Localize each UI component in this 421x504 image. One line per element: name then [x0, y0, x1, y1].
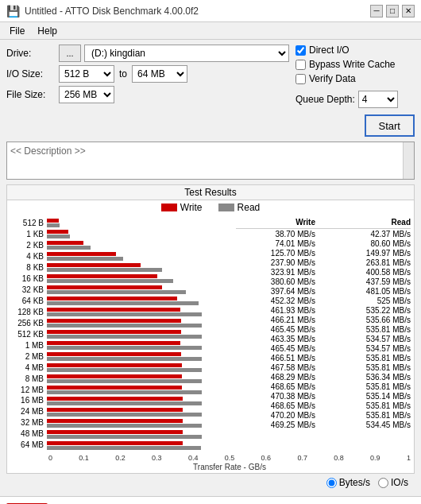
units-row: Bytes/s IO/s: [6, 474, 415, 491]
write-bar: [47, 308, 180, 312]
x-axis-tick: 0.8: [334, 454, 344, 462]
filesize-label: File Size:: [6, 89, 56, 100]
description-placeholder: << Description >>: [10, 145, 86, 157]
bar-chart: [47, 218, 233, 451]
write-bar: [47, 386, 182, 390]
title-bar: 💾 Untitled - ATTO Disk Benchmark 4.00.0f…: [0, 0, 421, 22]
bar-row: [47, 318, 233, 328]
bytes-radio[interactable]: [326, 478, 337, 488]
iosize-row: I/O Size: 512 B to 64 MB: [6, 65, 289, 83]
read-bar: [47, 357, 202, 361]
read-bar: [47, 435, 202, 439]
bar-row: [47, 285, 233, 295]
direct-io-label[interactable]: Direct I/O: [309, 45, 350, 56]
close-button[interactable]: ✕: [402, 5, 415, 17]
window-title: Untitled - ATTO Disk Benchmark 4.00.0f2: [25, 6, 199, 17]
x-axis-tick: 0: [48, 454, 52, 462]
bar-row: [47, 218, 233, 228]
write-value: 468.65 MB/s: [236, 401, 315, 411]
bypass-cache-checkbox[interactable]: [295, 60, 306, 70]
read-value: 535.81 MB/s: [331, 325, 411, 335]
menu-help[interactable]: Help: [34, 25, 60, 37]
write-value: 470.38 MB/s: [236, 392, 315, 401]
write-value: 397.64 MB/s: [236, 287, 315, 297]
left-controls: Drive: ... (D:) kingdian I/O Size: 512 B…: [6, 45, 289, 137]
read-bar: [47, 401, 202, 405]
chart-area: 512 B1 KB2 KB4 KB8 KB16 KB32 KB64 KB128 …: [7, 215, 414, 454]
write-value: 38.70 MB/s: [236, 230, 315, 239]
description-scrollbar[interactable]: [403, 142, 414, 179]
read-bar: [47, 446, 201, 450]
io-radio-label[interactable]: IO/s: [378, 477, 408, 488]
legend: Write Read: [7, 200, 414, 215]
table-row: 465.45 MB/s535.81 MB/s: [236, 325, 411, 335]
start-button[interactable]: Start: [365, 114, 415, 137]
write-value: 465.45 MB/s: [236, 325, 315, 335]
read-col-header: Read: [331, 218, 411, 227]
drive-select[interactable]: (D:) kingdian: [84, 45, 289, 62]
verify-data-label[interactable]: Verify Data: [309, 73, 356, 84]
write-legend-item: Write: [161, 202, 203, 213]
read-bar: [47, 368, 202, 372]
bar-row: [47, 440, 233, 451]
io-radio[interactable]: [378, 478, 388, 488]
bar-row: [47, 407, 233, 417]
table-row: 470.38 MB/s535.14 MB/s: [236, 392, 411, 401]
read-value: 437.59 MB/s: [331, 277, 411, 287]
restore-button[interactable]: □: [386, 5, 399, 17]
write-bar: [47, 241, 83, 245]
write-value: 125.70 MB/s: [236, 249, 315, 258]
iosize-from-select[interactable]: 512 B: [59, 65, 114, 83]
bar-row: [47, 362, 233, 373]
browse-button[interactable]: ...: [59, 45, 81, 62]
minimize-button[interactable]: ─: [370, 5, 383, 17]
write-bar: [47, 363, 182, 367]
read-value: 525 MB/s: [331, 297, 411, 306]
row-label: 16 KB: [9, 273, 44, 284]
queue-depth-label: Queue Depth:: [295, 94, 355, 105]
row-label: 16 MB: [9, 395, 44, 405]
row-label: 4 KB: [9, 251, 44, 262]
bypass-cache-label[interactable]: Bypass Write Cache: [309, 59, 396, 70]
read-value: 535.81 MB/s: [331, 363, 411, 373]
read-value: 400.58 MB/s: [331, 268, 411, 277]
queue-depth-select[interactable]: 4: [358, 91, 398, 108]
bytes-radio-label[interactable]: Bytes/s: [326, 477, 370, 488]
row-label: 128 KB: [9, 307, 44, 317]
bar-row: [47, 340, 233, 351]
read-value: 481.05 MB/s: [331, 287, 411, 297]
bar-row: [47, 251, 233, 262]
read-bar: [47, 312, 202, 316]
x-axis-tick: 0.1: [79, 454, 89, 462]
write-value: 237.90 MB/s: [236, 258, 315, 268]
read-bar: [47, 390, 202, 394]
bar-row: [47, 296, 233, 306]
direct-io-checkbox[interactable]: [295, 45, 306, 56]
iosize-to-select[interactable]: 64 MB: [132, 65, 187, 83]
verify-data-checkbox[interactable]: [295, 74, 306, 84]
row-label: 12 MB: [9, 385, 44, 395]
write-bar: [47, 419, 183, 423]
read-value: 535.81 MB/s: [331, 401, 411, 411]
read-value: 535.81 MB/s: [331, 382, 411, 392]
main-area: Drive: ... (D:) kingdian I/O Size: 512 B…: [0, 40, 421, 496]
iosize-to-label: to: [119, 68, 127, 79]
read-bar: [47, 335, 202, 339]
write-value: 380.60 MB/s: [236, 277, 315, 287]
write-bar: [47, 374, 182, 378]
bar-row: [47, 329, 233, 339]
read-bar: [47, 257, 123, 261]
description-box[interactable]: << Description >>: [6, 142, 415, 180]
table-row: 470.20 MB/s535.81 MB/s: [236, 411, 411, 421]
window-title-area: 💾 Untitled - ATTO Disk Benchmark 4.00.0f…: [6, 5, 199, 17]
bar-row: [47, 240, 233, 250]
write-bar: [47, 230, 68, 234]
write-value: 461.93 MB/s: [236, 306, 315, 316]
row-label: 64 KB: [9, 296, 44, 306]
filesize-select[interactable]: 256 MB: [59, 86, 114, 103]
row-label: 64 MB: [9, 440, 44, 450]
menu-file[interactable]: File: [6, 25, 28, 37]
read-value: 535.81 MB/s: [331, 354, 411, 363]
row-label: 1 KB: [9, 229, 44, 239]
read-bar: [47, 424, 202, 428]
